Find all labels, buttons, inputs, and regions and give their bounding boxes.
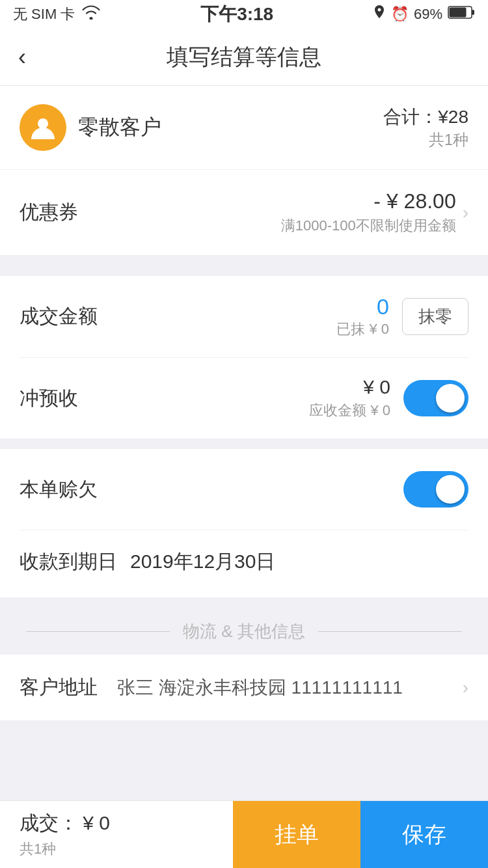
amount-row: 成交金额 0 已抹 ¥ 0 抹零 — [20, 276, 468, 358]
address-value: 张三 海淀永丰科技园 11111111111 — [117, 675, 463, 700]
no-sim-label: 无 SIM 卡 — [13, 5, 75, 24]
page-title: 填写结算等信息 — [167, 42, 321, 72]
amount-section: 成交金额 0 已抹 ¥ 0 抹零 冲预收 ¥ 0 应收金额 ¥ 0 — [0, 276, 488, 439]
wifi-icon — [81, 5, 101, 23]
amount-label: 成交金额 — [20, 303, 98, 330]
deal-prefix: 成交： — [20, 812, 78, 834]
pre-receipt-label: 冲预收 — [20, 385, 78, 412]
status-bar: 无 SIM 卡 下午3:18 ⏰ 69% — [0, 0, 488, 29]
battery-icon — [448, 5, 475, 23]
svg-point-3 — [38, 118, 48, 129]
coupon-chevron: › — [463, 202, 468, 223]
customer-row: 零散客户 合计：¥28 共1种 — [0, 86, 488, 169]
nav-bar: ‹ 填写结算等信息 — [0, 29, 488, 86]
amount-sub: 已抹 ¥ 0 — [336, 319, 389, 339]
svg-rect-1 — [472, 10, 474, 15]
status-right: ⏰ 69% — [373, 5, 475, 23]
due-date-value: 2019年12月30日 — [130, 549, 275, 575]
coupon-desc: 满1000-100不限制使用金额 — [281, 216, 456, 236]
customer-name: 零散客户 — [78, 113, 161, 142]
pre-amount-sub: 应收金额 ¥ 0 — [309, 401, 390, 420]
debt-toggle[interactable] — [403, 471, 468, 508]
bottom-count: 共1种 — [20, 839, 213, 859]
divider-line-right — [318, 631, 462, 632]
separator-2 — [0, 439, 488, 449]
coupon-label: 优惠券 — [20, 199, 78, 226]
address-chevron: › — [463, 677, 468, 698]
due-date-row: 收款到期日 2019年12月30日 — [20, 530, 468, 597]
main-content: 零散客户 合计：¥28 共1种 优惠券 - ¥ 28.00 满1000-100不… — [0, 86, 488, 809]
customer-left: 零散客户 — [20, 104, 161, 151]
coupon-right: - ¥ 28.00 满1000-100不限制使用金额 › — [281, 189, 468, 236]
alarm-icon: ⏰ — [391, 6, 409, 23]
coupon-row[interactable]: 优惠券 - ¥ 28.00 满1000-100不限制使用金额 › — [0, 169, 488, 255]
back-button[interactable]: ‹ — [18, 44, 26, 71]
location-icon — [373, 5, 386, 23]
bottom-deal-label: 成交： ¥ 0 — [20, 810, 213, 837]
separator-1 — [0, 265, 488, 276]
debt-label: 本单赊欠 — [20, 476, 98, 503]
address-row[interactable]: 客户地址 张三 海淀永丰科技园 11111111111 › — [20, 655, 468, 720]
logistics-section: 物流 & 其他信息 — [0, 608, 488, 655]
pending-button[interactable]: 挂单 — [233, 801, 360, 869]
status-time: 下午3:18 — [200, 2, 273, 27]
divider-line-left — [26, 631, 170, 632]
amount-value: 0 — [336, 294, 389, 319]
customer-right: 合计：¥28 共1种 — [383, 105, 468, 150]
avatar — [20, 104, 66, 151]
pre-amount-val: ¥ 0 — [309, 376, 390, 398]
save-button[interactable]: 保存 — [360, 801, 488, 869]
separator-3 — [0, 597, 488, 608]
total-label: 合计：¥28 — [383, 105, 468, 129]
address-label: 客户地址 — [20, 674, 98, 701]
bottom-summary: 成交： ¥ 0 共1种 — [0, 810, 233, 859]
pre-receipt-row: 冲预收 ¥ 0 应收金额 ¥ 0 — [20, 358, 468, 439]
amount-right: 0 已抹 ¥ 0 抹零 — [336, 294, 468, 339]
total-count: 共1种 — [383, 129, 468, 150]
status-left: 无 SIM 卡 — [13, 5, 101, 24]
due-date-label: 收款到期日 — [20, 549, 117, 575]
coupon-value: - ¥ 28.00 满1000-100不限制使用金额 — [281, 189, 456, 236]
debt-row: 本单赊欠 — [20, 449, 468, 530]
amount-value-col: 0 已抹 ¥ 0 — [336, 294, 389, 339]
pre-receipt-toggle[interactable] — [403, 380, 468, 416]
round-button[interactable]: 抹零 — [402, 298, 468, 335]
logistics-divider: 物流 & 其他信息 — [0, 620, 488, 643]
deal-amount: ¥ 0 — [83, 812, 110, 834]
coupon-discount: - ¥ 28.00 — [281, 189, 456, 213]
battery-label: 69% — [414, 6, 442, 23]
address-section: 客户地址 张三 海淀永丰科技园 11111111111 › — [0, 655, 488, 720]
svg-rect-2 — [450, 8, 467, 18]
bottom-bar: 成交： ¥ 0 共1种 挂单 保存 — [0, 800, 488, 868]
pre-amount: ¥ 0 应收金额 ¥ 0 — [309, 376, 390, 420]
customer-section: 零散客户 合计：¥28 共1种 优惠券 - ¥ 28.00 满1000-100不… — [0, 86, 488, 255]
debt-section: 本单赊欠 收款到期日 2019年12月30日 — [0, 449, 488, 597]
logistics-label: 物流 & 其他信息 — [183, 620, 305, 643]
pre-receipt-right: ¥ 0 应收金额 ¥ 0 — [309, 376, 468, 420]
